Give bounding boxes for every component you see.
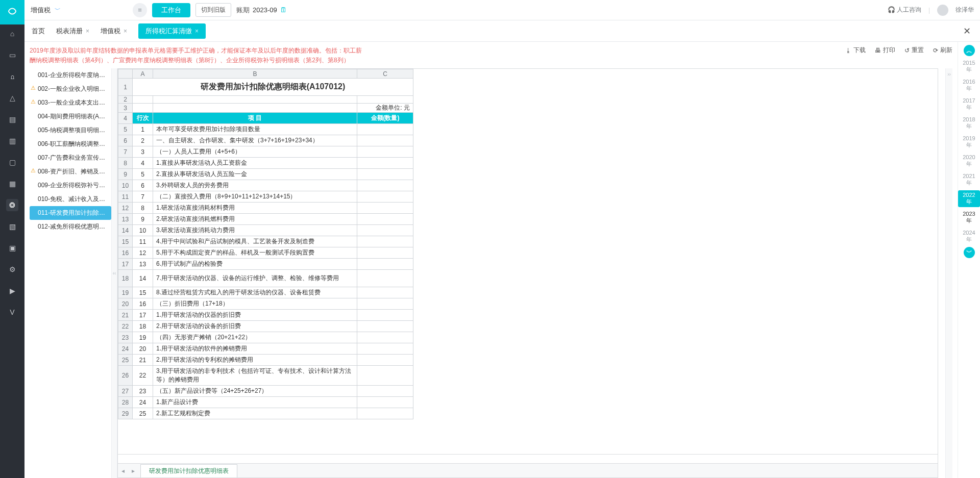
- form-item-007[interactable]: 007-广告费和业务宣传费跨…: [30, 151, 111, 165]
- avatar[interactable]: [937, 5, 948, 16]
- row-amount[interactable]: [357, 146, 413, 158]
- tab-所得税汇算清缴[interactable]: 所得税汇算清缴×: [138, 23, 206, 39]
- collapse-left-handle[interactable]: ‹‹: [111, 68, 117, 478]
- form-item-004[interactable]: 004-期间费用明细表(A1040…: [30, 110, 111, 123]
- form-item-006[interactable]: 006-职工薪酬纳税调整明细…: [30, 137, 111, 151]
- row-amount[interactable]: [357, 135, 413, 146]
- row-amount[interactable]: [357, 247, 413, 259]
- form-item-011[interactable]: 011-研发费用加计扣除优惠…: [30, 206, 111, 220]
- row-amount[interactable]: [357, 397, 413, 408]
- form-item-010[interactable]: 010-免税、减计收入及加计…: [30, 192, 111, 206]
- row-amount[interactable]: [357, 203, 413, 214]
- tab-首页[interactable]: 首页: [32, 20, 45, 41]
- nav-shirt-icon[interactable]: ▢: [6, 156, 18, 168]
- sheet-tab-prev[interactable]: ◂: [118, 467, 128, 474]
- row-amount[interactable]: [357, 259, 413, 270]
- row-amount[interactable]: [357, 366, 413, 386]
- row-amount[interactable]: [357, 287, 413, 298]
- nav-video-icon[interactable]: ▶: [6, 285, 18, 297]
- row-amount[interactable]: [357, 180, 413, 191]
- sheet-grid[interactable]: ABC1研发费用加计扣除优惠明细表(A107012)23金额单位: 元4行次项 …: [118, 69, 938, 454]
- sheet-tab[interactable]: 研发费用加计扣除优惠明细表: [140, 464, 237, 477]
- row-amount[interactable]: [357, 408, 413, 419]
- year-rail: ︽ 2015年2016年2017年2018年2019年2020年2021年202…: [958, 42, 980, 478]
- year-2023年[interactable]: 2023年: [958, 209, 980, 226]
- chevron-down-icon: ﹀: [55, 6, 61, 14]
- close-all-tabs-button[interactable]: ✕: [961, 26, 973, 37]
- row-amount[interactable]: [357, 124, 413, 135]
- year-2022年[interactable]: 2022年: [958, 190, 980, 207]
- row-amount[interactable]: [357, 310, 413, 321]
- sheet-hscroll-upper[interactable]: [118, 454, 938, 463]
- tab-税表清册[interactable]: 税表清册×: [56, 20, 89, 41]
- row-amount[interactable]: [357, 321, 413, 332]
- support-link[interactable]: 🎧 人工咨询: [888, 6, 921, 14]
- row-amount[interactable]: [357, 225, 413, 236]
- nav-calendar-icon[interactable]: ▦: [6, 178, 18, 190]
- unit-label: 金额单位: 元: [357, 104, 413, 113]
- expand-right-handle[interactable]: ››: [945, 68, 952, 478]
- nav-gear-icon[interactable]: ⚙: [6, 263, 18, 275]
- sheet-hscroll-lower[interactable]: [616, 467, 938, 474]
- print-button[interactable]: 🖶 打印: [875, 46, 895, 55]
- nav-v-icon[interactable]: V: [6, 306, 18, 318]
- form-item-008[interactable]: ⚠008-资产折旧、摊销及纳税…: [30, 165, 111, 179]
- nav-home-icon[interactable]: ⌂: [6, 28, 18, 40]
- row-amount[interactable]: [357, 343, 413, 355]
- year-2018年[interactable]: 2018年: [958, 115, 980, 132]
- reset-button[interactable]: ↺ 重置: [904, 46, 924, 55]
- period-value[interactable]: 2023-09: [253, 6, 277, 14]
- year-2016年[interactable]: 2016年: [958, 77, 980, 94]
- nav-report-icon[interactable]: ▥: [6, 135, 18, 147]
- row-amount[interactable]: [357, 236, 413, 247]
- nav-card-icon[interactable]: ▭: [6, 49, 18, 61]
- calendar-icon[interactable]: 🗓: [280, 6, 287, 14]
- nav-tax-icon[interactable]: ❂: [6, 199, 18, 211]
- year-scroll-up[interactable]: ︽: [964, 45, 975, 56]
- row-number: 13: [133, 259, 153, 270]
- refresh-button[interactable]: ⟳ 刷新: [933, 46, 952, 55]
- form-item-003[interactable]: ⚠003-一般企业成本支出明细…: [30, 96, 111, 110]
- form-item-012[interactable]: 012-减免所得税优惠明细表(…: [30, 220, 111, 234]
- spreadsheet: ABC1研发费用加计扣除优惠明细表(A107012)23金额单位: 元4行次项 …: [117, 68, 938, 478]
- row-amount[interactable]: [357, 332, 413, 343]
- menu-circle-button[interactable]: ≡: [133, 3, 147, 17]
- nav-clipboard-icon[interactable]: ▤: [6, 113, 18, 125]
- row-amount[interactable]: [357, 386, 413, 397]
- row-item: 本年可享受研发费用加计扣除项目数量: [153, 124, 357, 135]
- row-amount[interactable]: [357, 214, 413, 225]
- download-button[interactable]: ⭳ 下载: [845, 46, 866, 55]
- year-2019年[interactable]: 2019年: [958, 134, 980, 150]
- year-2024年[interactable]: 2024年: [958, 228, 980, 245]
- row-item: （五）新产品设计费等（24+25+26+27）: [153, 386, 357, 397]
- year-2020年[interactable]: 2020年: [958, 153, 980, 169]
- col-amount: 金额(数量): [357, 113, 413, 124]
- module-select[interactable]: 增值税 ﹀: [31, 6, 128, 15]
- switch-old-button[interactable]: 切到旧版: [195, 3, 231, 17]
- row-amount[interactable]: [357, 191, 413, 203]
- sheet-tab-next[interactable]: ▸: [128, 467, 138, 474]
- sheet-vscroll[interactable]: [938, 68, 945, 478]
- row-amount[interactable]: [357, 298, 413, 310]
- row-amount[interactable]: [357, 270, 413, 287]
- year-2015年[interactable]: 2015年: [958, 58, 980, 75]
- row-amount[interactable]: [357, 158, 413, 169]
- form-item-002[interactable]: ⚠002-一般企业收入明细表(A…: [30, 82, 111, 96]
- nav-archive-icon[interactable]: ▣: [6, 242, 18, 254]
- tab-close-icon[interactable]: ×: [124, 28, 127, 35]
- nav-bag-icon[interactable]: △: [6, 92, 18, 104]
- year-2021年[interactable]: 2021年: [958, 171, 980, 188]
- year-2017年[interactable]: 2017年: [958, 96, 980, 113]
- nav-doc-icon[interactable]: ▧: [6, 220, 18, 233]
- form-item-001[interactable]: 001-企业所得税年度纳税申…: [30, 68, 111, 82]
- workbench-button[interactable]: 工作台: [152, 3, 190, 17]
- tab-close-icon[interactable]: ×: [86, 28, 89, 35]
- form-item-005[interactable]: 005-纳税调整项目明细表(A1…: [30, 123, 111, 137]
- tab-close-icon[interactable]: ×: [195, 28, 199, 35]
- year-scroll-down[interactable]: ︾: [964, 247, 975, 258]
- row-amount[interactable]: [357, 169, 413, 180]
- tab-增值税[interactable]: 增值税×: [101, 20, 127, 41]
- form-item-009[interactable]: 009-企业所得税弥补亏损明…: [30, 179, 111, 192]
- nav-chart-icon[interactable]: ⩍: [6, 70, 18, 83]
- row-amount[interactable]: [357, 355, 413, 366]
